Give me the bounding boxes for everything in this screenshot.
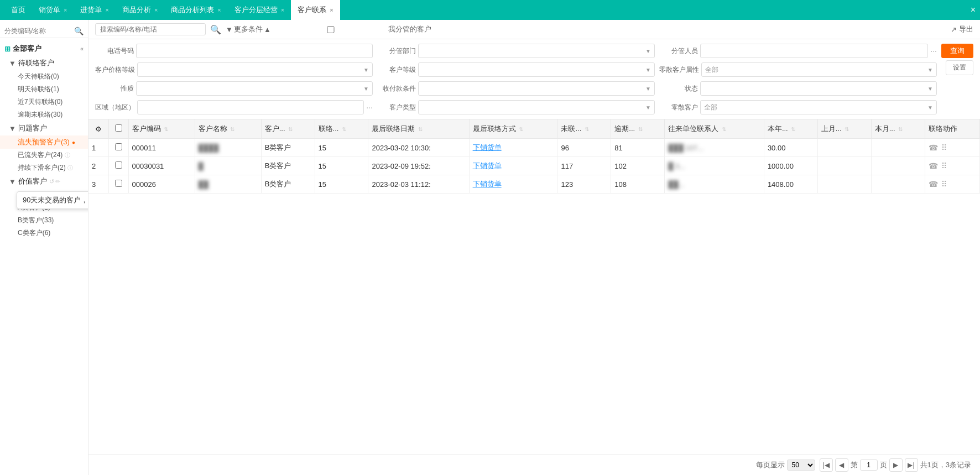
- row-contacts: 15: [315, 175, 368, 194]
- select-all-checkbox[interactable]: [115, 124, 122, 132]
- my-clients-checkbox[interactable]: 我分管的客户: [275, 24, 431, 34]
- col-settings[interactable]: ⚙: [88, 119, 108, 139]
- nav-purchase-close[interactable]: ×: [105, 7, 108, 13]
- sidebar-item-b-class[interactable]: B类客户(33): [0, 214, 88, 227]
- filter-manager: 分管人员 ···: [659, 44, 937, 58]
- payment-select[interactable]: ▼: [418, 81, 655, 96]
- col-overdue[interactable]: 逾期... ⇅: [611, 119, 665, 139]
- sidebar-item-churned[interactable]: 已流失客户(24) ⓘ: [0, 149, 88, 161]
- filter-bar: 🔍 ▼ 更多条件 ▲ 我分管的客户 ↗ 导出: [88, 20, 980, 39]
- table-row: 1 000011 ████ B类客户 15 2023-03-02 10:30: …: [88, 139, 980, 157]
- sidebar-item-overdue[interactable]: 逾期未联络(30): [0, 108, 88, 121]
- row-checkbox[interactable]: [108, 157, 128, 175]
- nav-product-analysis[interactable]: 商品分析 ×: [116, 0, 164, 20]
- col-checkbox[interactable]: [108, 119, 128, 139]
- col-this-month[interactable]: 本月... ⇅: [871, 119, 925, 139]
- client-type-select[interactable]: ▼: [418, 100, 655, 114]
- sidebar-item-tomorrow[interactable]: 明天待联络(1): [0, 83, 88, 96]
- sidebar-search-input[interactable]: [4, 27, 74, 35]
- row-last-way[interactable]: 下销货单: [469, 157, 557, 175]
- next-page-button[interactable]: ▶: [889, 458, 903, 472]
- more-conditions-button[interactable]: ▼ 更多条件 ▲: [226, 24, 271, 34]
- col-unlinked[interactable]: 未联... ⇅: [557, 119, 611, 139]
- price-grade-select[interactable]: ▼: [137, 62, 373, 77]
- nav-purchase[interactable]: 进货单 ×: [74, 0, 115, 20]
- nav-home[interactable]: 首页: [4, 0, 32, 20]
- row-checkbox[interactable]: [108, 175, 128, 194]
- nature-select[interactable]: ▼: [136, 81, 373, 96]
- first-page-button[interactable]: |◀: [820, 458, 833, 472]
- status-select[interactable]: ▼: [700, 81, 937, 96]
- region-input[interactable]: [137, 100, 364, 114]
- last-page-button[interactable]: ▶|: [905, 458, 918, 472]
- row-last-way[interactable]: 下销货单: [469, 139, 557, 157]
- row-name: ████: [195, 139, 261, 157]
- col-last-date[interactable]: 最后联络日期 ⇅: [368, 119, 469, 139]
- my-clients-check[interactable]: [275, 26, 386, 33]
- more-action-icon[interactable]: ⠿: [941, 161, 947, 170]
- phone-action-icon[interactable]: ☎: [929, 143, 938, 152]
- manager-input[interactable]: [700, 44, 928, 58]
- col-this-year[interactable]: 本年... ⇅: [764, 119, 817, 139]
- prev-page-button[interactable]: ◀: [835, 458, 848, 472]
- row-select-checkbox[interactable]: [115, 143, 122, 150]
- sidebar-group-pending[interactable]: ▼ 待联络客户: [0, 56, 88, 70]
- sidebar-item-c-class[interactable]: C类客户(6): [0, 227, 88, 239]
- phone-action-icon[interactable]: ☎: [929, 180, 938, 189]
- retail-attr-select[interactable]: 全部 ▼: [701, 62, 937, 77]
- row-select-checkbox[interactable]: [115, 161, 122, 169]
- nav-sales[interactable]: 销货单 ×: [32, 0, 74, 20]
- row-last-month: [817, 175, 871, 194]
- row-unlinked: 117: [557, 157, 611, 175]
- sidebar-group-value[interactable]: ▼ 价值客户 ↺ ✏: [0, 174, 88, 189]
- settings-button[interactable]: 设置: [946, 60, 973, 75]
- nav-product-list-close[interactable]: ×: [217, 7, 221, 13]
- sidebar-item-churn-warning[interactable]: 流失预警客户(3) ●: [0, 135, 88, 149]
- client-grade-select[interactable]: ▼: [418, 62, 655, 77]
- nav-customer-contact[interactable]: 客户联系 ×: [291, 0, 340, 20]
- phone-input[interactable]: [136, 44, 373, 58]
- row-last-way[interactable]: 下销货单: [469, 175, 557, 194]
- col-last-way[interactable]: 最后联络方式 ⇅: [469, 119, 557, 139]
- row-select-checkbox[interactable]: [115, 180, 122, 187]
- window-close-icon[interactable]: ×: [971, 5, 976, 15]
- col-type[interactable]: 客户... ⇅: [261, 119, 315, 139]
- sidebar-item-today[interactable]: 今天待联络(0): [0, 70, 88, 83]
- sidebar-item-declining[interactable]: 持续下滑客户(2) ⓘ: [0, 161, 88, 174]
- search-button[interactable]: 🔍: [210, 24, 221, 35]
- nav-product-analysis-close[interactable]: ×: [154, 7, 158, 13]
- region-dots-icon[interactable]: ···: [366, 103, 373, 112]
- arrow-down-icon: ▼: [9, 59, 16, 67]
- page-number-input[interactable]: [860, 460, 878, 471]
- edit-icon[interactable]: ✏: [55, 178, 60, 185]
- nav-customer-contact-close[interactable]: ×: [330, 7, 333, 13]
- sidebar-item-7days[interactable]: 近7天待联络(0): [0, 96, 88, 108]
- retail-select[interactable]: 全部 ▼: [700, 100, 937, 114]
- row-checkbox[interactable]: [108, 139, 128, 157]
- nav-product-list[interactable]: 商品分析列表 ×: [164, 0, 227, 20]
- col-code[interactable]: 客户编码 ⇅: [128, 119, 195, 139]
- phone-action-icon[interactable]: ☎: [929, 161, 938, 170]
- sidebar-all-clients[interactable]: ⊞ 全部客户 «: [0, 41, 88, 56]
- sort-icon-last-date: ⇅: [418, 126, 423, 132]
- sidebar-group-problem[interactable]: ▼ 问题客户: [0, 121, 88, 135]
- export-button[interactable]: ↗ 导出: [951, 24, 973, 34]
- more-action-icon[interactable]: ⠿: [941, 143, 947, 152]
- nav-customer-layer-close[interactable]: ×: [281, 7, 284, 13]
- dept-select[interactable]: ▼: [418, 44, 655, 58]
- nav-customer-layer[interactable]: 客户分层经营 ×: [228, 0, 291, 20]
- more-action-icon[interactable]: ⠿: [941, 180, 947, 189]
- col-liaison[interactable]: 往来单位联系人 ⇅: [665, 119, 764, 139]
- search-input[interactable]: [95, 23, 206, 35]
- row-this-year: 1408.00: [764, 175, 817, 194]
- query-button[interactable]: 查询: [941, 44, 973, 58]
- horizontal-scrollbar[interactable]: [88, 448, 980, 455]
- page-size-select[interactable]: 10 20 50 100: [787, 460, 815, 471]
- col-last-month[interactable]: 上月... ⇅: [817, 119, 871, 139]
- col-name[interactable]: 客户名称 ⇅: [195, 119, 261, 139]
- col-contacts[interactable]: 联络... ⇅: [315, 119, 368, 139]
- refresh-icon[interactable]: ↺: [49, 178, 54, 185]
- manager-dots-icon[interactable]: ···: [930, 46, 937, 55]
- nav-sales-close[interactable]: ×: [64, 7, 67, 13]
- row-this-month: [871, 157, 925, 175]
